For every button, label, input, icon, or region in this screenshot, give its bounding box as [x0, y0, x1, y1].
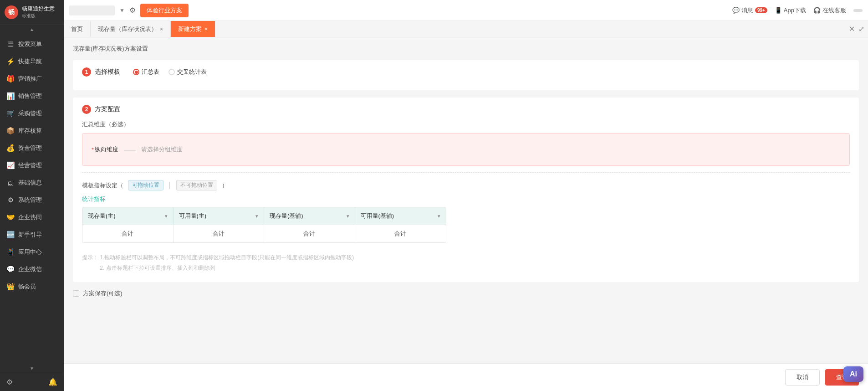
dropdown-icon[interactable]: ▼	[119, 7, 125, 14]
sidebar-item-label: 搜索菜单	[18, 40, 42, 48]
sidebar-nav: ☰ 搜索菜单 ⚡ 快捷导航 🎁 营销推广 📊 销售管理 🛒 采购管理 📦 库存核…	[0, 34, 64, 364]
radio-cross[interactable]: 交叉统计表	[168, 68, 207, 76]
dimension-area: * 纵向维度 —— 请选择分组维度	[82, 133, 850, 166]
tips-section: 提示： 1.拖动标题栏可以调整布局，不可跨维度或指标区域拖动栏目字段(只能在同一…	[82, 254, 850, 272]
sidebar-item-label: 营销推广	[18, 75, 42, 83]
app-download-button[interactable]: 📱 App下载	[775, 6, 806, 15]
divider	[82, 172, 850, 173]
dimension-label: 汇总维度（必选）	[82, 120, 850, 129]
step2-header: 2 方案配置	[82, 105, 850, 114]
tip-text-2	[82, 265, 98, 271]
save-checkbox[interactable]	[73, 290, 79, 297]
sidebar-item-operations[interactable]: 📈 经营管理	[0, 157, 64, 174]
header-label-3: 现存量(基辅)	[270, 212, 303, 220]
content-area: 现存量(库存状况表)方案设置 1 选择模板 汇总表 交叉统计表	[64, 37, 868, 363]
step2-number: 2	[82, 105, 91, 114]
sidebar-item-appstore[interactable]: 📱 应用中心	[0, 243, 64, 261]
sidebar-item-system[interactable]: ⚙ 系统管理	[0, 191, 64, 209]
sidebar-item-shortcut[interactable]: ⚡ 快捷导航	[0, 53, 64, 70]
sidebar-item-label: 采购管理	[18, 109, 42, 118]
sidebar-scroll-up[interactable]: ▲	[0, 25, 64, 34]
draggable-badge: 可拖动位置	[128, 180, 163, 190]
tab-inventory-label: 现存量（库存状况表）	[98, 25, 157, 33]
sidebar-item-label: 库存核算	[18, 127, 42, 135]
chevron-4[interactable]: ▾	[438, 213, 440, 219]
chevron-2[interactable]: ▾	[255, 213, 258, 219]
tab-inventory[interactable]: 现存量（库存状况表） ×	[91, 21, 171, 37]
headset-icon: 🎧	[813, 7, 821, 14]
step1-number: 1	[82, 67, 91, 77]
header-cell-1[interactable]: 现存量(主) ▾	[82, 207, 174, 225]
tab-inventory-close[interactable]: ×	[160, 26, 163, 32]
chevron-3[interactable]: ▾	[347, 213, 349, 219]
app-icon: 📱	[775, 7, 782, 14]
sidebar-item-finance[interactable]: 💰 资金管理	[0, 139, 64, 157]
bottom-bar: 取消 查询	[64, 363, 868, 391]
sidebar-scroll-down[interactable]: ▼	[0, 364, 64, 373]
field-arrow: ——	[124, 146, 136, 153]
service-label: 在线客服	[822, 6, 846, 15]
sidebar-logo: 畅 畅康通好生意 标准版	[0, 0, 64, 25]
search-menu-icon: ☰	[6, 40, 15, 48]
user-avatar[interactable]	[853, 9, 863, 12]
shortcut-icon: ⚡	[6, 57, 15, 66]
settings-icon[interactable]: ⚙	[6, 378, 13, 386]
sidebar-item-label: 基础信息	[18, 179, 42, 187]
stats-table: 现存量(主) ▾ 可用量(主) ▾ 现存量(基辅) ▾ 可用量(基辅)	[82, 207, 446, 243]
body-cell-4: 合计	[355, 225, 446, 242]
message-label: 消息	[741, 6, 753, 15]
header-cell-2[interactable]: 可用量(主) ▾	[174, 207, 265, 225]
trial-button[interactable]: 体验行业方案	[140, 4, 189, 17]
tip-text-1: 1.拖动标题栏可以调整布局，不可跨维度或指标区域拖动栏目字段(只能在同一维度或指…	[100, 254, 354, 261]
tab-new-plan[interactable]: 新建方案 ×	[171, 21, 215, 37]
ai-float-button[interactable]: Ai	[843, 366, 863, 382]
cancel-button[interactable]: 取消	[785, 369, 820, 386]
radio-summary-label: 汇总表	[142, 68, 159, 76]
app-label: App下载	[784, 6, 806, 15]
sidebar-item-cooperation[interactable]: 🤝 企业协同	[0, 209, 64, 226]
gear-icon[interactable]: ⚙	[129, 6, 136, 15]
sidebar-item-marketing[interactable]: 🎁 营销推广	[0, 70, 64, 87]
sidebar-item-weixin[interactable]: 💬 企业微信	[0, 261, 64, 278]
logo-text-block: 畅康通好生意 标准版	[22, 5, 55, 19]
sidebar-item-purchase[interactable]: 🛒 采购管理	[0, 105, 64, 122]
close-panel-icon[interactable]: ✕	[849, 25, 855, 33]
sidebar-item-label: 系统管理	[18, 196, 42, 204]
header-cell-4[interactable]: 可用量(基辅) ▾	[355, 207, 446, 225]
sidebar-item-sales[interactable]: 📊 销售管理	[0, 87, 64, 105]
non-draggable-badge: 不可拖动位置	[176, 180, 217, 190]
sidebar-item-inventory[interactable]: 📦 库存核算	[0, 122, 64, 139]
sidebar-item-search[interactable]: ☰ 搜索菜单	[0, 36, 64, 53]
tab-home[interactable]: 首页	[64, 21, 91, 37]
indicator-label-row: 模板指标设定（ 可拖动位置 │ 不可拖动位置 ）	[82, 180, 850, 190]
message-icon: 💬	[732, 7, 740, 14]
sidebar-item-basic-info[interactable]: 🗂 基础信息	[0, 174, 64, 191]
message-button[interactable]: 💬 消息 99+	[732, 6, 767, 15]
service-button[interactable]: 🎧 在线客服	[813, 6, 846, 15]
radio-summary[interactable]: 汇总表	[133, 68, 159, 76]
expand-icon[interactable]: ⤢	[858, 25, 864, 33]
template-radio-group: 汇总表 交叉统计表	[133, 68, 207, 76]
sales-icon: 📊	[6, 92, 15, 100]
tip-prefix-1: 提示：	[82, 254, 98, 261]
search-input[interactable]	[69, 5, 115, 15]
sidebar-item-label: 销售管理	[18, 92, 42, 100]
step2-card: 2 方案配置 汇总维度（必选） * 纵向维度 —— 请选择分组维度 模板指标设定…	[73, 98, 859, 282]
chevron-1[interactable]: ▾	[165, 213, 168, 219]
weixin-icon: 💬	[6, 265, 15, 273]
header-cell-3[interactable]: 现存量(基辅) ▾	[264, 207, 355, 225]
tabs-right-icons: ✕ ⤢	[845, 25, 868, 33]
logo-title: 畅康通好生意	[22, 5, 55, 13]
message-badge: 99+	[755, 7, 767, 13]
sidebar-item-vip[interactable]: 👑 畅会员	[0, 278, 64, 295]
sidebar-item-label: 新手引导	[18, 231, 42, 239]
field-placeholder[interactable]: 请选择分组维度	[141, 145, 183, 154]
tab-new-plan-close[interactable]: ×	[204, 26, 208, 32]
sidebar-item-label: 经营管理	[18, 161, 42, 170]
sidebar-item-newuser[interactable]: 🆕 新手引导	[0, 226, 64, 243]
step2-title: 方案配置	[95, 105, 120, 113]
step1-header: 1 选择模板 汇总表 交叉统计表	[82, 67, 850, 77]
header-label-2: 可用量(主)	[179, 212, 207, 220]
step1-title: 选择模板	[95, 68, 120, 76]
sound-icon[interactable]: 🔔	[48, 378, 57, 386]
